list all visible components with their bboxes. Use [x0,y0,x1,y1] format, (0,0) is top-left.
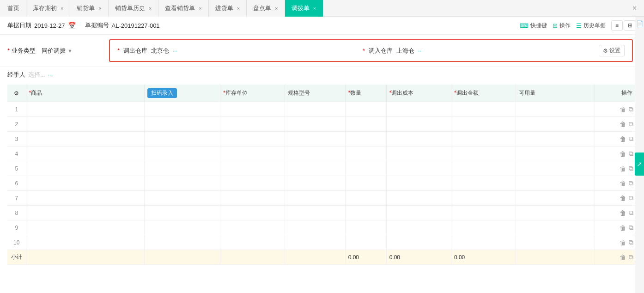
tab-home[interactable]: 首页 [0,0,26,17]
amount-cell[interactable] [451,161,516,176]
business-type-select[interactable]: 同价调拨 ▼ [37,44,77,57]
layout-list-button[interactable]: ≡ [611,20,623,31]
copy-icon[interactable]: ⧉ [629,135,633,143]
shortcuts-button[interactable]: ⌨ 快捷键 [520,22,547,30]
warehouse-out-more[interactable]: ··· [173,48,177,54]
cost-cell[interactable] [386,191,451,206]
amount-cell[interactable] [451,117,516,132]
product-cell[interactable] [26,235,144,250]
tab-sales-history-close[interactable]: × [149,6,152,11]
tab-transfer-close[interactable]: × [313,6,316,11]
copy-icon[interactable]: ⧉ [629,179,633,187]
table-row: 2 🗑 ⧉ [7,117,637,132]
scan-button[interactable]: 扫码录入 [147,88,177,98]
warehouse-settings-button[interactable]: ⚙ 设置 [599,45,625,56]
copy-icon[interactable]: ⧉ [629,165,633,172]
tab-initial-inventory-close[interactable]: × [61,6,63,11]
delete-icon[interactable]: 🗑 [620,224,626,232]
cost-cell[interactable] [386,102,451,117]
delete-icon[interactable]: 🗑 [620,195,626,202]
amount-cell[interactable] [451,102,516,117]
amount-cell[interactable] [451,176,516,191]
quantity-cell[interactable] [345,117,386,132]
cost-cell[interactable] [386,220,451,235]
quantity-cell[interactable] [345,132,386,146]
delete-icon[interactable]: 🗑 [620,106,626,113]
delete-icon[interactable]: 🗑 [620,239,626,246]
warehouse-in-more[interactable]: ··· [418,48,423,54]
product-cell[interactable] [26,161,144,176]
amount-cell[interactable] [451,206,516,220]
quantity-cell[interactable] [345,176,386,191]
actions-cell: 🗑 ⧉ [595,117,637,132]
tab-view-sales[interactable]: 查看销货单 × [158,0,208,17]
amount-cell[interactable] [451,132,516,146]
number-field: 单据编号 AL-20191227-001 [85,21,160,30]
cost-cell[interactable] [386,161,451,176]
product-cell[interactable] [26,132,144,146]
product-cell[interactable] [26,206,144,220]
copy-icon[interactable]: ⧉ [629,194,633,202]
copy-icon[interactable]: ⧉ [629,150,633,158]
delete-icon[interactable]: 🗑 [620,254,626,261]
delete-icon[interactable]: 🗑 [620,150,626,158]
calendar-icon[interactable]: 📅 [68,22,76,29]
quantity-cell[interactable] [345,235,386,250]
warehouse-section: * 调出仓库 北京仓 ··· * 调入仓库 上海仓 ··· ⚙ 设置 [109,39,633,62]
cost-cell[interactable] [386,132,451,146]
copy-icon[interactable]: ⧉ [629,253,633,261]
cost-cell[interactable] [386,146,451,161]
product-cell[interactable] [26,220,144,235]
tab-sales-order[interactable]: 销货单 × [70,0,108,17]
product-cell[interactable] [26,176,144,191]
cost-cell[interactable] [386,117,451,132]
amount-cell[interactable] [451,235,516,250]
quantity-cell[interactable] [345,146,386,161]
tab-purchase-order-close[interactable]: × [237,6,240,11]
tab-view-sales-close[interactable]: × [199,6,201,11]
product-cell[interactable] [26,191,144,206]
cost-cell[interactable] [386,176,451,191]
amount-cell[interactable] [451,191,516,206]
history-button[interactable]: ☰ 历史单据 [576,22,606,30]
delete-icon[interactable]: 🗑 [620,121,626,128]
tab-transfer[interactable]: 调拨单 × [285,0,323,17]
row-number: 8 [7,206,26,220]
copy-icon[interactable]: ⧉ [629,209,633,217]
copy-icon[interactable]: ⧉ [629,105,633,113]
tab-purchase-order[interactable]: 进货单 × [209,0,247,17]
delete-icon[interactable]: 🗑 [620,165,626,172]
unit-cell [144,220,220,235]
delete-icon[interactable]: 🗑 [620,135,626,143]
copy-icon[interactable]: ⧉ [629,238,633,246]
amount-cell[interactable] [451,146,516,161]
delete-icon[interactable]: 🗑 [620,209,626,217]
copy-icon[interactable]: ⧉ [629,224,633,232]
quantity-cell[interactable] [345,161,386,176]
tab-initial-inventory[interactable]: 库存期初 × [26,0,70,17]
tab-sales-order-close[interactable]: × [98,6,101,11]
delete-icon[interactable]: 🗑 [620,180,626,187]
quantity-cell[interactable] [345,206,386,220]
expand-icon[interactable]: ↗ [635,153,644,176]
amount-cell[interactable] [451,220,516,235]
gear-settings-icon[interactable]: ⚙ [14,90,19,97]
window-close-button[interactable]: × [629,4,640,12]
product-cell[interactable] [26,102,144,117]
right-panel-doc-icon[interactable]: 📄 [636,18,644,29]
product-cell[interactable] [26,117,144,132]
copy-icon[interactable]: ⧉ [629,120,633,128]
quantity-cell[interactable] [345,102,386,117]
quantity-cell[interactable] [345,191,386,206]
product-cell[interactable] [26,146,144,161]
cost-cell[interactable] [386,206,451,220]
tab-stocktake-close[interactable]: × [275,6,278,11]
empty1-cell [285,117,345,132]
operator-placeholder[interactable]: 选择... [28,71,45,79]
operator-more[interactable]: ··· [48,72,53,78]
quantity-cell[interactable] [345,220,386,235]
cost-cell[interactable] [386,235,451,250]
tab-stocktake[interactable]: 盘点单 × [247,0,285,17]
operations-button[interactable]: ⊞ 操作 [553,22,571,30]
tab-sales-history[interactable]: 销货单历史 × [109,0,158,17]
